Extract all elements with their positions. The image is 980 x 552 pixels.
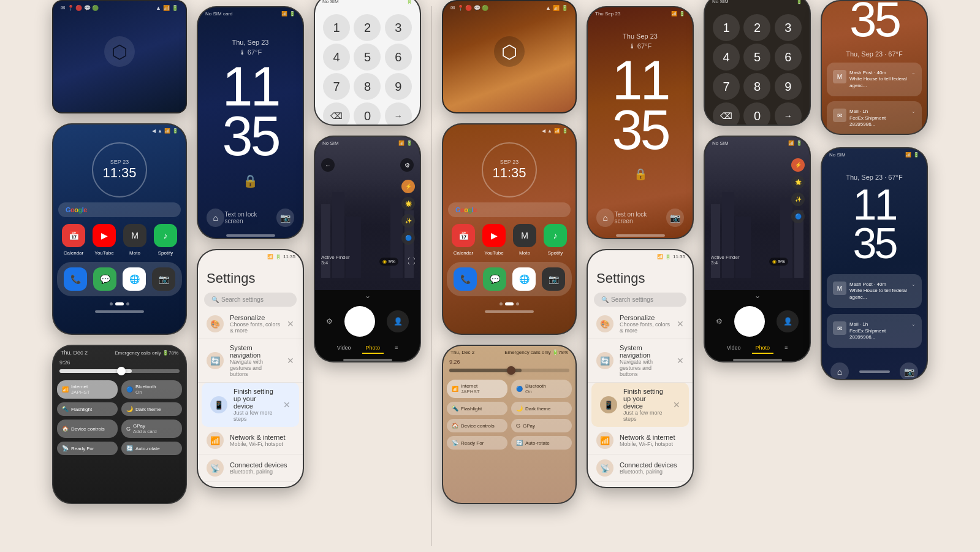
more-mode-2[interactable]: ≡ [781, 343, 791, 354]
tile-dark-theme[interactable]: 🌙Dark theme [121, 402, 182, 416]
phone-home-canyon: ◀▲📶🔋 SEP 23 11:35 Google [442, 123, 577, 335]
settings-item-network[interactable]: 📶 Network & internet Mobile, Wi-Fi, hots… [198, 427, 303, 454]
main-layout: ✉ 📍 🔴 💬 🟢 ▲📶🔋 ⬡ ◀▲📶🔋 [0, 0, 980, 552]
col-5: Thu Sep 23 📶🔋 Thu Sep 23 🌡 67°F 1135 🔒 ⌂… [587, 6, 694, 488]
google-g: Google [66, 206, 87, 213]
tile-ready-for[interactable]: 📡Ready For [57, 442, 118, 455]
phone-lockscreen-canyon: Thu Sep 23 📶🔋 Thu Sep 23 🌡 67°F 1135 🔒 ⌂… [587, 6, 694, 239]
numpad-tan-1[interactable]: 1 [713, 14, 740, 41]
app-calendar-canyon[interactable]: 📅 Calendar [449, 222, 477, 256]
notification-mail: ✉ Mail · 1h FedEx Shipment 28395986... ⌄ [827, 101, 922, 135]
phone-numpad-light: No SIM🔋 1 2 3 4 5 6 [314, 0, 421, 126]
numpad-5[interactable]: 5 [354, 44, 381, 71]
settings-item-connected-tan[interactable]: 📡 Connected devices Bluetooth, pairing [588, 454, 693, 482]
numpad-tan-8[interactable]: 8 [743, 73, 770, 100]
numpad-0[interactable]: 0 [354, 102, 381, 126]
main-container: ✉ 📍 🔴 💬 🟢 ▲📶🔋 ⬡ ◀▲📶🔋 [0, 0, 980, 552]
phone-home-dark: ◀▲📶🔋 SEP 23 11:35 Google [52, 123, 187, 335]
photo-mode-2[interactable]: Photo [752, 343, 774, 354]
tile-device-controls-tan[interactable]: 🏠Device controls [447, 419, 507, 432]
col-3: No SIM🔋 1 2 3 4 5 6 [314, 0, 421, 362]
phone-quick-settings-dark: Thu, Dec 2 Emergency calls only 🔋78% 9:2… [52, 345, 187, 504]
notification-mashpost: M Mash Post · 40m White House to tell fe… [827, 63, 922, 96]
app-spotify-canyon[interactable]: ♪ Spotify [541, 222, 569, 256]
photo-mode[interactable]: Photo [362, 343, 384, 354]
phone-quick-settings-tan: Thu, Dec 2 Emergency calls only 🔋78% 9:2… [442, 345, 577, 504]
camera-shutter[interactable] [344, 306, 375, 337]
phone-notif-canyon: Thu Sep 23 📶🔋 1135 Thu, Sep 23 · 67°F M … [821, 0, 928, 135]
app-youtube-canyon[interactable]: ▶ YouTube [480, 222, 508, 256]
video-mode[interactable]: Video [333, 343, 355, 354]
tile-autorotate[interactable]: 🔄Auto-rotate [121, 442, 182, 455]
numpad-hash[interactable]: → [385, 102, 412, 126]
settings-search-tan[interactable]: 🔍Search settings [594, 293, 686, 307]
tile-internet[interactable]: 📶InternetJAPHST [57, 380, 118, 399]
tile-bluetooth[interactable]: 🔵BluetoothOn [121, 380, 182, 399]
numpad-tan-2[interactable]: 2 [743, 14, 770, 41]
camera-shutter-2[interactable] [734, 306, 765, 337]
settings-item-finish-tan[interactable]: 📱 Finish setting up your device Just a f… [591, 383, 689, 427]
numpad-tan-star[interactable]: ⌫ [713, 102, 740, 126]
col-6: No SIM🔋 1 2 3 4 5 6 7 [704, 0, 811, 362]
phone-notif-dark: No SIM 📶🔋 Thu, Sep 23 · 67°F 1135 M Mash… [821, 147, 928, 380]
tile-device-controls[interactable]: 🏠Device controls [57, 420, 118, 438]
tablet-dark-top: ✉ 📍 🔴 💬 🟢 ▲📶🔋 ⬡ [52, 0, 187, 113]
numpad-tan-5[interactable]: 5 [743, 44, 770, 71]
notification-mail-dark: ✉ Mail · 1h FedEx Shipment 28395986... ⌄ [827, 314, 922, 348]
numpad-4[interactable]: 4 [323, 44, 350, 71]
settings-title-tan: Settings [588, 263, 693, 290]
phone-numpad-tan: No SIM🔋 1 2 3 4 5 6 7 [704, 0, 811, 126]
tile-autorotate-tan[interactable]: 🔄Auto-rotate [511, 436, 572, 450]
notification-mashpost-dark: M Mash Post · 40m White House to tell fe… [827, 274, 922, 308]
phone-lockscreen-dark: No SIM card 📶🔋 Thu, Sep 23 🌡 67°F 1135 🔒… [197, 6, 304, 239]
numpad-tan-hash[interactable]: → [775, 102, 802, 126]
settings-title: Settings [198, 263, 303, 290]
tile-gpay-tan[interactable]: GGPay [511, 419, 572, 432]
tile-ready-for-tan[interactable]: 📡Ready For [447, 436, 507, 450]
numpad-tan-6[interactable]: 6 [775, 44, 802, 71]
video-mode-2[interactable]: Video [723, 343, 745, 354]
phone-settings-light: 📶🔋11:35 Settings 🔍Search settings 🎨 Pers… [197, 249, 304, 488]
settings-item-personalize-tan[interactable]: 🎨 Personalize Choose fonts, colors & mor… [588, 309, 693, 339]
settings-item-navigation[interactable]: 🔄 System navigation Navigate with gestur… [198, 339, 303, 383]
col-7: Thu Sep 23 📶🔋 1135 Thu, Sep 23 · 67°F M … [821, 0, 928, 380]
tile-flashlight[interactable]: 🔦Flashlight [57, 402, 118, 416]
more-mode[interactable]: ≡ [391, 343, 401, 354]
phone-camera-dark2: No SIM 📶🔋 ⚡ 🌟 ✨ [704, 136, 811, 362]
tablet-canyon-top: ✉ 📍 🔴 💬 🟢 ▲📶🔋 ⬡ [442, 0, 577, 113]
numpad-2[interactable]: 2 [354, 14, 381, 41]
numpad-tan-3[interactable]: 3 [775, 14, 802, 41]
settings-item-finish-highlighted[interactable]: 📱 Finish setting up your device Just a f… [202, 383, 299, 427]
divider [431, 6, 432, 546]
tile-bluetooth-tan[interactable]: 🔵BluetoothOn [511, 380, 572, 398]
numpad-9[interactable]: 9 [385, 73, 412, 100]
tile-gpay[interactable]: GGPayAdd a card [121, 420, 182, 438]
settings-search[interactable]: 🔍Search settings [204, 293, 297, 307]
numpad-star[interactable]: ⌫ [323, 102, 350, 126]
settings-item-connected[interactable]: 📡 Connected devices Bluetooth, pairing [198, 454, 303, 482]
app-moto-canyon[interactable]: M Moto [511, 222, 539, 256]
tile-internet-tan[interactable]: 📶InternetJAPHST [447, 380, 507, 398]
app-spotify[interactable]: ♪ Spotify [151, 222, 180, 256]
app-moto[interactable]: M Moto [121, 222, 149, 256]
settings-item-navigation-tan[interactable]: 🔄 System navigation Navigate with gestur… [588, 339, 693, 383]
numpad-1[interactable]: 1 [323, 14, 350, 41]
col-1: ✉ 📍 🔴 💬 🟢 ▲📶🔋 ⬡ ◀▲📶🔋 [52, 0, 187, 504]
col-4: ✉ 📍 🔴 💬 🟢 ▲📶🔋 ⬡ ◀▲📶🔋 [442, 0, 577, 504]
numpad-3[interactable]: 3 [385, 14, 412, 41]
app-youtube[interactable]: ▶ YouTube [90, 222, 118, 256]
col-2: No SIM card 📶🔋 Thu, Sep 23 🌡 67°F 1135 🔒… [197, 6, 304, 488]
numpad-tan-4[interactable]: 4 [713, 44, 740, 71]
app-calendar[interactable]: 📅 Calendar [59, 222, 88, 256]
settings-item-personalize[interactable]: 🎨 Personalize Choose fonts, colors & mor… [198, 309, 303, 339]
numpad-6[interactable]: 6 [385, 44, 412, 71]
tile-dark-theme-tan[interactable]: 🌙Dark theme [511, 402, 572, 415]
numpad-tan-7[interactable]: 7 [713, 73, 740, 100]
numpad-tan-0[interactable]: 0 [743, 102, 770, 126]
numpad-tan-9[interactable]: 9 [775, 73, 802, 100]
tile-flashlight-tan[interactable]: 🔦Flashlight [447, 402, 507, 415]
phone-settings-tan: 📶🔋11:35 Settings 🔍Search settings 🎨 Pers… [587, 249, 694, 488]
settings-item-network-tan[interactable]: 📶 Network & internet Mobile, Wi-Fi, hots… [588, 427, 693, 454]
numpad-7[interactable]: 7 [323, 73, 350, 100]
numpad-8[interactable]: 8 [354, 73, 381, 100]
